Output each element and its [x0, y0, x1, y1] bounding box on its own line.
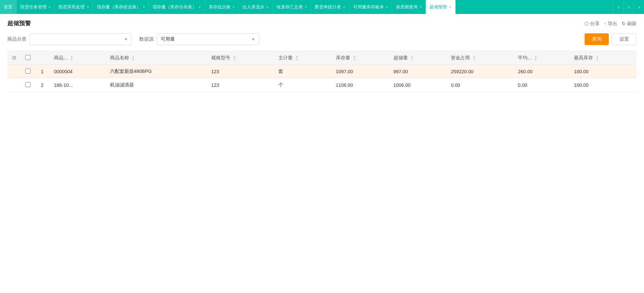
- avg-header: 平均... ▲▼: [513, 51, 570, 65]
- nav-item-stock-dist[interactable]: 现存量（库存分布表） ×: [149, 0, 205, 14]
- row-overstock-qty: 1006.00: [389, 78, 447, 92]
- refresh-icon: ↻: [622, 21, 626, 26]
- share-icon: ⬡: [585, 21, 589, 26]
- category-label: 商品分类: [7, 36, 26, 42]
- share-button[interactable]: ⬡ 分享: [585, 21, 600, 27]
- sort-icon[interactable]: ▲▼: [353, 55, 356, 61]
- checkbox-header: [21, 51, 35, 65]
- refresh-button[interactable]: ↻ 刷新: [622, 21, 637, 27]
- row-avg: 0.00: [513, 78, 570, 92]
- table-row: 1 0000004 六配套新昌490BPG 123 套 1097.00 997.…: [7, 65, 637, 78]
- select-all-checkbox[interactable]: [25, 55, 30, 60]
- export-icon: ↑: [604, 21, 607, 26]
- row-settings-cell: [7, 65, 21, 78]
- sort-icon[interactable]: ▲▼: [70, 55, 73, 61]
- row-product-name: 六配套新昌490BPG: [106, 65, 207, 78]
- nav-close-icon[interactable]: ×: [143, 5, 145, 9]
- nav-close-icon[interactable]: ×: [305, 5, 307, 9]
- row-product-name: 机油滤清器: [106, 78, 207, 92]
- row-unit: 套: [274, 65, 332, 78]
- nav-close-icon[interactable]: ×: [48, 5, 51, 9]
- row-stock-qty: 1097.00: [332, 65, 389, 78]
- overstock-qty-header: 超储量 ▲▼: [389, 51, 447, 65]
- row-product-code: 186-10...: [50, 78, 106, 92]
- nav-item-overstock-warning[interactable]: 超储预警 ×: [426, 0, 455, 14]
- row-unit: 个: [274, 78, 332, 92]
- nav-close-icon[interactable]: ×: [87, 5, 89, 9]
- nav-label: 拣货任务管理: [20, 4, 47, 10]
- row-max-stock: 100.00: [570, 78, 637, 92]
- nav-next-arrow[interactable]: ›: [623, 0, 634, 14]
- nav-label: 首页: [4, 4, 12, 10]
- chevron-down-icon: ▼: [124, 37, 128, 41]
- row-overstock-qty: 997.00: [389, 65, 447, 78]
- nav-item-home[interactable]: 首页: [0, 0, 17, 14]
- max-stock-header: 最高库存 ▲▼: [570, 51, 637, 65]
- nav-item-available-account[interactable]: 可用量库存账本 ×: [350, 0, 392, 14]
- datasource-select[interactable]: 可用量 ▼: [157, 33, 259, 45]
- nav-close-icon[interactable]: ×: [449, 5, 451, 9]
- nav-item-collect-summary[interactable]: 收发存汇总表 ×: [273, 0, 311, 14]
- settings-button[interactable]: 设置: [612, 33, 637, 45]
- nav-close-icon[interactable]: ×: [198, 5, 201, 9]
- row-checkbox-cell: [21, 78, 35, 92]
- datasource-label: 数据源: [139, 36, 154, 42]
- category-select[interactable]: ▼: [29, 33, 132, 45]
- nav-item-inout-flow[interactable]: 出入库流水 ×: [239, 0, 272, 14]
- table-header-row: ⚙ 商品... ▲▼ 商品名称 ▲▼ 规格型号 ▲▼: [7, 51, 637, 65]
- nav-more-arrow[interactable]: ›: [634, 0, 644, 14]
- sort-icon[interactable]: ▲▼: [233, 55, 236, 61]
- nav-label: 库存批次账: [209, 4, 231, 10]
- unit-header: 主计量 ▲▼: [274, 51, 332, 65]
- filter-actions: 查询 设置: [585, 33, 637, 45]
- nav-close-icon[interactable]: ×: [343, 5, 345, 9]
- chevron-down-icon: ▼: [251, 37, 255, 41]
- nav-label: 超储预警: [429, 4, 447, 10]
- sort-icon[interactable]: ▲▼: [295, 55, 298, 61]
- nav-item-order-stats[interactable]: 要货单统计表 ×: [311, 0, 349, 14]
- row-avg: 260.00: [513, 65, 570, 78]
- datasource-value: 可用量: [161, 36, 175, 42]
- nav-close-icon[interactable]: ×: [266, 5, 268, 9]
- spec-header: 规格型号 ▲▼: [207, 51, 274, 65]
- nav-prev-arrow[interactable]: ‹: [613, 0, 623, 14]
- nav-close-icon[interactable]: ×: [386, 5, 388, 9]
- query-button[interactable]: 查询: [585, 33, 609, 45]
- page-header: 超储预警 ⬡ 分享 ↑ 导出 ↻ 刷新: [7, 20, 637, 27]
- header-actions: ⬡ 分享 ↑ 导出 ↻ 刷新: [585, 21, 637, 27]
- nav-close-icon[interactable]: ×: [420, 5, 422, 9]
- nav-label: 保质期查询: [396, 4, 418, 10]
- rownum-header: [35, 51, 50, 65]
- table-row: 2 186-10... 机油滤清器 123 个 1106.00 1006.00 …: [7, 78, 637, 92]
- nav-item-abnormal[interactable]: 拣货异常处理 ×: [55, 0, 93, 14]
- row-spec: 123: [207, 78, 274, 92]
- row-number: 2: [35, 78, 50, 92]
- sort-icon[interactable]: ▲▼: [534, 55, 537, 61]
- sort-icon[interactable]: ▲▼: [410, 55, 413, 61]
- product-name-header: 商品名称 ▲▼: [106, 51, 207, 65]
- datasource-filter: 数据源 可用量 ▼: [139, 33, 259, 45]
- nav-item-quality-check[interactable]: 保质期查询 ×: [392, 0, 426, 14]
- nav-close-icon[interactable]: ×: [233, 5, 235, 9]
- row-checkbox[interactable]: [25, 82, 30, 87]
- sort-icon[interactable]: ▲▼: [473, 55, 476, 61]
- nav-arrows: ‹ › ›: [613, 0, 644, 14]
- nav-item-batch-account[interactable]: 库存批次账 ×: [205, 0, 239, 14]
- row-checkbox[interactable]: [25, 68, 30, 74]
- nav-item-stock-status[interactable]: 现存量（库存状况表） ×: [93, 0, 149, 14]
- stock-qty-header: 库存量 ▲▼: [332, 51, 389, 65]
- nav-item-task-mgmt[interactable]: 拣货任务管理 ×: [17, 0, 55, 14]
- sort-icon[interactable]: ▲▼: [132, 55, 135, 61]
- nav-label: 收发存汇总表: [277, 4, 303, 10]
- nav-label: 现存量（库存分布表）: [153, 4, 197, 10]
- capital-usage-header: 资金占用 ▲▼: [446, 51, 513, 65]
- row-max-stock: 100.00: [570, 65, 637, 78]
- gear-icon[interactable]: ⚙: [12, 55, 17, 61]
- row-checkbox-cell: [21, 65, 35, 78]
- export-button[interactable]: ↑ 导出: [604, 21, 618, 27]
- row-settings-cell: [7, 78, 21, 92]
- top-navigation: 首页 拣货任务管理 × 拣货异常处理 × 现存量（库存状况表） × 现存量（库存…: [0, 0, 644, 14]
- settings-header: ⚙: [7, 51, 21, 65]
- row-capital-usage: 259220.00: [446, 65, 513, 78]
- sort-icon[interactable]: ▲▼: [596, 55, 599, 61]
